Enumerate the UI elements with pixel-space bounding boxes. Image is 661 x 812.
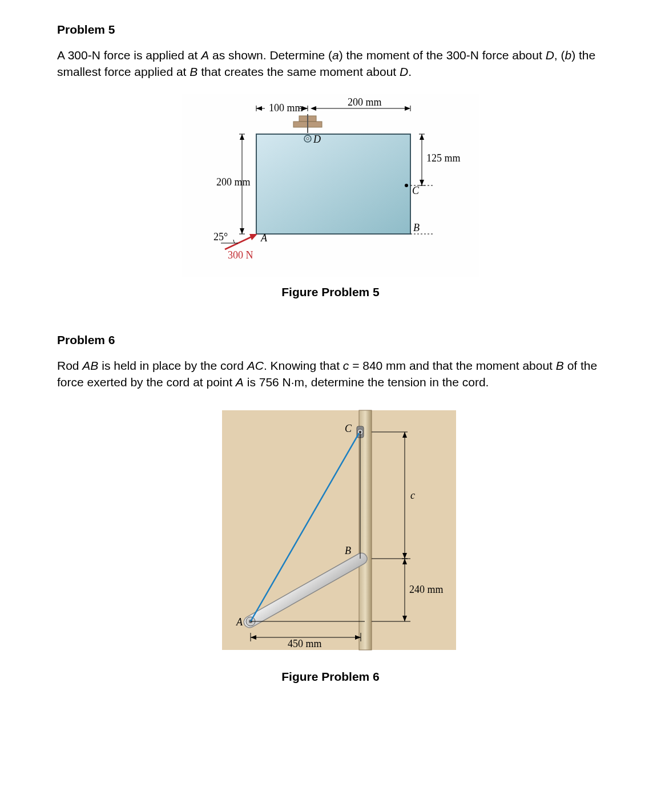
figure-5-caption: Figure Problem 5 [57, 285, 604, 299]
dim-100: 100 mm [269, 102, 303, 114]
problem-6-heading: Problem 6 [57, 333, 604, 347]
label-C-6: C [345, 423, 352, 434]
problem-5-heading: Problem 5 [57, 23, 604, 37]
figure-6: C B A c 240 mm 450 mm Figure Problem 6 [57, 405, 604, 684]
force-300: 300 N [228, 249, 253, 261]
angle-25: 25° [213, 231, 228, 243]
label-B-6: B [345, 545, 351, 556]
dim-125: 125 mm [426, 152, 461, 164]
figure-5: 100 mm 200 mm D 200 mm C 125 mm B A 25° … [57, 94, 604, 299]
svg-point-16 [307, 138, 309, 140]
label-B: B [413, 222, 420, 233]
svg-rect-14 [256, 134, 410, 234]
label-A-6: A [236, 616, 243, 628]
svg-point-22 [405, 184, 408, 187]
problem-5-statement: A 300-N force is applied at A as shown. … [57, 47, 604, 80]
dim-200h: 200 mm [348, 96, 382, 108]
label-C: C [412, 185, 420, 196]
dim-c: c [410, 490, 415, 501]
label-A: A [260, 232, 268, 244]
dim-450: 450 mm [288, 638, 322, 649]
dim-240: 240 mm [409, 584, 444, 595]
dim-200v: 200 mm [216, 176, 251, 188]
problem-6-statement: Rod AB is held in place by the cord AC. … [57, 357, 604, 391]
figure-6-caption: Figure Problem 6 [57, 670, 604, 684]
label-D: D [313, 134, 321, 145]
svg-rect-34 [359, 410, 372, 650]
